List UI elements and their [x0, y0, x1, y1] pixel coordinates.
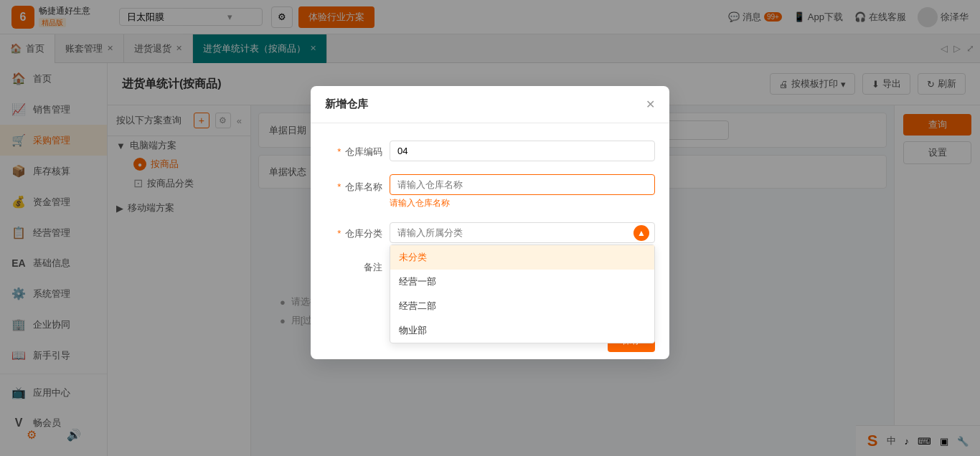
- category-dropdown: 未分类 经营一部 经营二部 物业部: [390, 244, 655, 343]
- code-input[interactable]: [390, 141, 655, 161]
- select-arrow-icon[interactable]: ▲: [633, 225, 649, 241]
- code-label: * 仓库编码: [325, 141, 390, 158]
- form-row-name: * 仓库名称 请输入仓库名称: [325, 174, 655, 209]
- note-label: 备注: [325, 256, 390, 274]
- dialog-header: 新增仓库 ✕: [311, 86, 669, 123]
- dialog-title: 新增仓库: [325, 98, 368, 111]
- dialog-body: * 仓库编码 * 仓库名称 请输入仓库名称: [311, 123, 669, 322]
- category-input[interactable]: [390, 222, 655, 243]
- name-error-tip: 请输入仓库名称: [390, 197, 655, 209]
- form-row-code: * 仓库编码: [325, 141, 655, 161]
- dialog-close-button[interactable]: ✕: [646, 98, 655, 111]
- dropdown-item-dept1[interactable]: 经营一部: [390, 270, 654, 294]
- dropdown-item-uncategorized[interactable]: 未分类: [390, 245, 654, 270]
- dialog-new-warehouse: 新增仓库 ✕ * 仓库编码 * 仓库名称: [311, 86, 669, 359]
- dropdown-item-dept2[interactable]: 经营二部: [390, 294, 654, 318]
- form-row-category: * 仓库分类 ▲ 未分类 经营一部 经营二部 物业部: [325, 222, 655, 243]
- dropdown-item-dept3[interactable]: 物业部: [390, 318, 654, 343]
- name-input[interactable]: [390, 174, 655, 195]
- category-select-wrapper: ▲ 未分类 经营一部 经营二部 物业部: [390, 222, 655, 243]
- category-label: * 仓库分类: [325, 222, 390, 240]
- modal-overlay[interactable]: 新增仓库 ✕ * 仓库编码 * 仓库名称: [0, 0, 980, 456]
- name-label: * 仓库名称: [325, 176, 390, 194]
